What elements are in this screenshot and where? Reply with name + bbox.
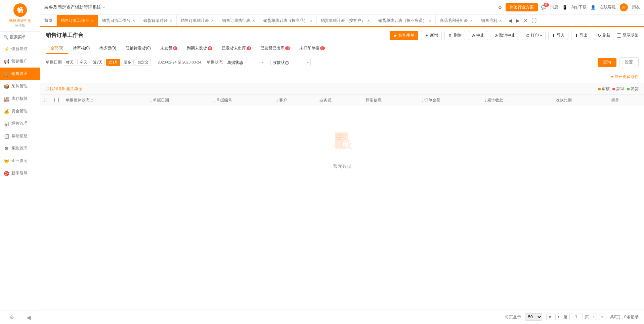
delete-btn[interactable]: 🗑 删除 (444, 31, 465, 40)
tab-cash-reconcile[interactable]: 钱货日清对账 ✕ (139, 15, 177, 27)
tab-sales-exec-close-icon[interactable]: ✕ (252, 19, 255, 23)
page-next-btn[interactable]: › (591, 314, 597, 320)
sidebar-item-system[interactable]: ⚙ 系统管理 (0, 142, 40, 155)
tab-sales-profit-close-icon[interactable]: ✕ (499, 19, 502, 23)
tab-nav-next[interactable]: ▶ (514, 15, 522, 27)
sidebar-item-label: 库存核算 (11, 96, 28, 102)
sidebar-item-finance[interactable]: 💰 资金管理 (0, 105, 40, 117)
message-label: 消息 (550, 4, 558, 10)
ship-btn[interactable]: 发货 (627, 86, 639, 92)
col-customer-sort[interactable]: ↕ 客户 (276, 97, 313, 103)
tab-cash-daily-close-icon[interactable]: ✕ (132, 19, 135, 23)
tab-cash-daily[interactable]: 钱货日清工作台 ✕ (98, 15, 139, 27)
tab-sales-exec[interactable]: 销售订单执行表 ✕ (218, 15, 259, 27)
sidebar-item-operations[interactable]: 📊 经营管理 (0, 117, 40, 130)
sidebar-item-inventory[interactable]: 🏭 库存核算 (0, 92, 40, 105)
tab-sales-workbench[interactable]: 销售订单工作台 ✕ (57, 15, 98, 27)
refresh-btn[interactable]: ↻ 刷新 (594, 31, 614, 40)
user-name[interactable]: 用友 (632, 4, 640, 10)
subtab-all[interactable]: 全部(0) (46, 43, 68, 54)
toolbar-count: 共找到 0条 相关单据 (46, 86, 82, 92)
inventory-icon: 🏭 (3, 96, 9, 102)
sidebar-item-enterprise[interactable]: 🤝 企业协同 (0, 155, 40, 167)
filter-date-7days[interactable]: 近7天 (91, 59, 105, 66)
tab-sales-summary-customer-close-icon[interactable]: ✕ (367, 19, 370, 23)
online-service-icon[interactable]: 👤 (591, 5, 596, 10)
filter-date-today[interactable]: 今天 (77, 59, 89, 66)
select-all-checkbox[interactable] (54, 98, 59, 102)
page-last-btn[interactable]: » (599, 314, 606, 320)
online-service-label[interactable]: 在线客服 (600, 4, 616, 10)
tab-sales-summary-staff[interactable]: 销货单统计表（按业务员） ✕ (374, 15, 436, 27)
col-collected: ↕ 累计收款... (481, 95, 552, 106)
col-amount-sort[interactable]: ↕ 订单金额 (421, 97, 478, 103)
sidebar-settings-icon[interactable]: ⚙ (9, 314, 14, 321)
tab-sales-summary-staff-close-icon[interactable]: ✕ (429, 19, 431, 23)
sidebar-item-quick-nav[interactable]: ⚡ 快捷导航 (0, 43, 40, 55)
sidebar-item-marketing[interactable]: 📢 营销推广 (0, 55, 40, 68)
sidebar-item-purchase[interactable]: 📦 采购管理 (0, 80, 40, 92)
page-size-select[interactable]: 50 100 200 (525, 313, 542, 321)
tab-close-all[interactable]: ✕ (522, 15, 530, 27)
sidebar-item-sales[interactable]: 🛒 销售管理 (0, 68, 40, 80)
topbar-gear-icon[interactable]: ⚙ (498, 5, 502, 10)
col-collected-sort[interactable]: ↕ 累计收款... (484, 97, 549, 103)
subtab-pending-inspect[interactable]: 待拣货(0) (94, 43, 121, 54)
export-btn[interactable]: ⬆ 导出 (571, 31, 591, 40)
subtab-not-shipped[interactable]: 未发货0 (156, 43, 182, 54)
pause-btn[interactable]: ⊙ 中止 (468, 31, 488, 40)
query-btn[interactable]: 查询 (598, 58, 616, 67)
filter-date-yesterday[interactable]: 昨天 (64, 59, 76, 66)
print-btn[interactable]: 🖨 打印 ▾ (522, 31, 546, 40)
tab-gross-margin-close-icon[interactable]: ✕ (470, 19, 473, 23)
subtab-overdue-not-shipped[interactable]: 到期未发货0 (182, 43, 217, 54)
import-btn[interactable]: ⬇ 导入 (548, 31, 568, 40)
review-btn[interactable]: 审核 (598, 86, 610, 92)
tab-sales-stats-close-icon[interactable]: ✕ (211, 19, 214, 23)
page-input[interactable] (569, 314, 583, 320)
cancel-pause-btn[interactable]: ⊘ 取消中止 (491, 31, 519, 40)
tab-sales-summary-customer[interactable]: 销货单统计表（按客户） ✕ (317, 15, 374, 27)
app-download-icon[interactable]: 📱 (562, 5, 567, 10)
message-icon[interactable]: 💬 6 (541, 5, 546, 10)
col-date-sort[interactable]: ↕ 单据日期 (150, 97, 206, 103)
cancel-review-btn[interactable]: 弃审 (612, 86, 624, 92)
expand-filter-btn[interactable]: ▾ 展开更多条件 (611, 74, 639, 80)
col-customer-icon: ↕ (276, 98, 278, 103)
subtab-pending-review[interactable]: 待审核(0) (68, 43, 95, 54)
tab-sales-profit[interactable]: 销售毛利 ✕ (477, 15, 506, 27)
industry-btn[interactable]: 体验行业方案 (506, 3, 538, 11)
filter-status-select[interactable]: 单据状态 (225, 59, 265, 66)
tab-gross-margin[interactable]: 商品毛利分析表 ✕ (436, 15, 477, 27)
subtab-shipped-not-out[interactable]: 已发货未出库0 (217, 43, 256, 54)
tab-sales-workbench-close-icon[interactable]: ✕ (91, 19, 94, 23)
sidebar-collapse-icon[interactable]: ◀ (27, 314, 31, 321)
filter-date-1month[interactable]: 近1月 (106, 59, 120, 66)
tab-maximize[interactable]: ⛶ (530, 15, 539, 27)
page-first-btn[interactable]: « (546, 314, 553, 320)
tab-sales-stats[interactable]: 销售订单统计表 ✕ (177, 15, 218, 27)
add-btn[interactable]: ＋ 新增 (421, 31, 442, 40)
tab-home[interactable]: 首页 (40, 15, 57, 27)
subtab-wangpu-pending[interactable]: 旺铺待发货(0) (121, 43, 156, 54)
filter-payment-select[interactable]: 收款状态 (270, 59, 311, 66)
tab-sales-summary-product[interactable]: 销货单统计表（按商品） ✕ (259, 15, 317, 27)
col-status-sort[interactable]: 单据整体状态 ▲▼ (66, 97, 143, 103)
tab-sales-summary-product-close-icon[interactable]: ✕ (310, 19, 312, 23)
sidebar-item-basic[interactable]: 📋 基础信息 (0, 130, 40, 142)
page-prev-btn[interactable]: ‹ (555, 314, 561, 320)
col-number-sort[interactable]: ↕ 单据编号 (213, 97, 269, 103)
subtab-shipped-out[interactable]: 已发货已出库0 (256, 43, 295, 54)
sidebar-item-guide[interactable]: 🎯 新手引导 (0, 167, 40, 179)
smart-generate-btn[interactable]: ★ 智能生单 (390, 31, 418, 40)
filter-date-more[interactable]: 更多 (122, 59, 134, 66)
sidebar-search[interactable]: 🔍 搜索菜单 (0, 32, 40, 43)
tab-nav-prev[interactable]: ◀ (506, 15, 514, 27)
app-download-label[interactable]: App下载 (571, 4, 587, 10)
subtab-not-printed[interactable]: 未打印单据0 (295, 43, 330, 54)
show-detail-label[interactable]: 显示明细 (617, 33, 639, 38)
show-detail-checkbox[interactable] (617, 33, 621, 38)
tab-cash-reconcile-close-icon[interactable]: ✕ (170, 19, 172, 23)
setting-btn[interactable]: 设置 (619, 57, 639, 67)
filter-date-custom[interactable]: 自定义 (135, 59, 151, 66)
